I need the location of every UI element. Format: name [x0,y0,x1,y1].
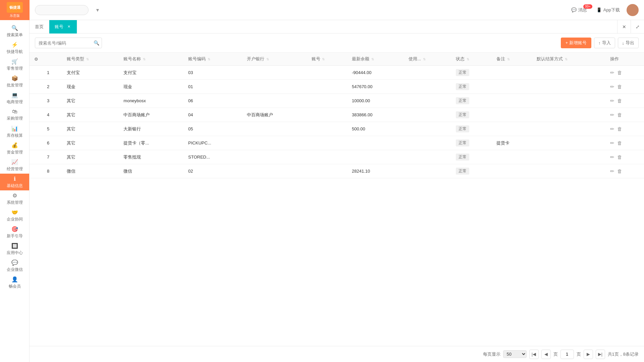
th-balance[interactable]: 最新余额 ⇅ [348,53,405,66]
message-button[interactable]: 💬 消息 99+ [569,7,590,13]
account-search-input[interactable] [35,38,102,48]
edit-button[interactable]: ✏ [610,126,614,132]
row-remark [492,122,533,136]
th-bank[interactable]: 开户银行 ⇅ [243,53,308,66]
prev-page-button[interactable]: ◀ [541,350,551,359]
delete-button[interactable]: 🗑 [617,126,622,132]
action-buttons: ✏ 🗑 [610,168,640,174]
edit-button[interactable]: ✏ [610,84,614,90]
sidebar-item-app-center[interactable]: 🔲 应用中心 [0,241,29,257]
th-settings[interactable]: ⚙ [30,53,43,66]
edit-button[interactable]: ✏ [610,154,614,160]
sidebar-item-guide[interactable]: 🎯 新手引导 [0,224,29,241]
row-name: 现金 [119,80,184,94]
export-icon: ↓ [622,41,625,46]
sidebar-item-basic-info[interactable]: ℹ 基础信息 [0,174,29,190]
sidebar-item-system[interactable]: ⚙ 系统管理 [0,190,29,207]
edit-button[interactable]: ✏ [610,98,614,104]
delete-button[interactable]: 🗑 [617,70,622,76]
sidebar-item-operations[interactable]: 📈 经营管理 [0,157,29,174]
th-status[interactable]: 状态 ⇅ [452,53,492,66]
export-button[interactable]: ↓ 导出 [618,38,639,48]
row-index: 8 [43,164,63,178]
global-search-input[interactable] [35,5,89,15]
row-action: ✏ 🗑 [606,122,644,136]
sidebar-item-label: 库存核算 [7,133,23,138]
edit-button[interactable]: ✏ [610,168,614,174]
account-table: ⚙ 账号类型 ⇅ 账号名称 ⇅ 账号编码 ⇅ 开户银行 ⇅ 账号 ⇅ 最新余额 … [30,53,644,178]
dropdown-button[interactable]: ▼ [93,5,103,15]
row-name: 零售抵现 [119,150,184,164]
row-balance: 10000.00 [348,94,405,108]
last-page-button[interactable]: ▶| [596,350,605,359]
tab-expand-action[interactable]: ⤢ [631,20,644,34]
per-page-label: 每页显示 [483,351,500,357]
th-type[interactable]: 账号类型 ⇅ [63,53,119,66]
tab-home[interactable]: 首页 [30,20,49,34]
import-button[interactable]: ↑ 导入 [594,38,615,48]
table-row: 5 其它 大新银行 05 500.00 正常 ✏ 🗑 [30,122,644,136]
sidebar-item-label: 资金管理 [7,149,23,155]
edit-button[interactable]: ✏ [610,112,614,118]
tab-actions: ✕ ⤢ [617,20,644,34]
sidebar-item-wechat[interactable]: 💬 企业微信 [0,257,29,274]
sidebar-item-retail[interactable]: 🛒 零售管理 [0,56,29,73]
edit-button[interactable]: ✏ [610,70,614,76]
row-account [308,164,348,178]
delete-button[interactable]: 🗑 [617,168,622,174]
sidebar-item-quicknav[interactable]: ⚡ 快捷导航 [0,40,29,56]
quick-nav-icon: ⚡ [11,42,18,48]
first-page-button[interactable]: |◀ [529,350,539,359]
sidebar-item-ecommerce[interactable]: 💻 电商管理 [0,90,29,107]
sidebar-item-cooperation[interactable]: 🤝 企业协同 [0,207,29,224]
user-avatar[interactable] [627,4,639,16]
tab-close-button[interactable]: ✕ [66,24,71,29]
row-default-settlement [533,94,606,108]
tab-close-action[interactable]: ✕ [617,20,631,34]
sidebar-item-label: 新手引导 [7,233,23,239]
th-usage[interactable]: 使用... ⇅ [405,53,452,66]
table-row: 3 其它 moneybosx 06 10000.00 正常 ✏ 🗑 [30,94,644,108]
toolbar: 🔍 + 新增账号 ↑ 导入 ↓ 导出 [30,34,644,53]
row-type: 其它 [63,150,119,164]
th-name[interactable]: 账号名称 ⇅ [119,53,184,66]
app-download-button[interactable]: 📱 App下载 [596,7,620,13]
th-remark[interactable]: 备注 ⇅ [492,53,533,66]
row-default-settlement [533,122,606,136]
page-number-input[interactable] [560,350,574,359]
sidebar-item-wholesale[interactable]: 📦 批发管理 [0,73,29,90]
row-type: 微信 [63,164,119,178]
sidebar-item-label: 系统管理 [7,200,23,205]
row-default-settlement [533,136,606,150]
row-bank [243,94,308,108]
delete-button[interactable]: 🗑 [617,140,622,146]
table-row: 1 支付宝 支付宝 03 -90444.00 正常 ✏ 🗑 [30,66,644,80]
th-code[interactable]: 账号编码 ⇅ [184,53,243,66]
logo-subtitle: 乐意版 [10,13,20,18]
status-badge: 正常 [456,125,469,132]
edit-button[interactable]: ✏ [610,140,614,146]
sidebar-item-finance[interactable]: 💰 资金管理 [0,140,29,157]
row-bank [243,80,308,94]
row-balance: 383866.00 [348,108,405,122]
next-page-button[interactable]: ▶ [584,350,593,359]
delete-button[interactable]: 🗑 [617,98,622,104]
delete-button[interactable]: 🗑 [617,84,622,90]
row-type: 其它 [63,122,119,136]
sidebar-item-search[interactable]: 🔍 搜索菜单 [0,23,29,40]
th-account[interactable]: 账号 ⇅ [308,53,348,66]
inventory-icon: 📊 [11,125,18,132]
ecommerce-icon: 💻 [11,92,18,98]
sidebar-item-purchase[interactable]: 🛍 采购管理 [0,107,29,123]
delete-button[interactable]: 🗑 [617,154,622,160]
row-usage [405,136,452,150]
tab-account[interactable]: 账号 ✕ [49,20,77,34]
sidebar-item-member[interactable]: 👤 畅会员 [0,274,29,291]
per-page-select[interactable]: 50 100 200 [503,350,527,358]
delete-button[interactable]: 🗑 [617,112,622,118]
row-index: 6 [43,136,63,150]
add-account-button[interactable]: + 新增账号 [561,38,591,48]
row-status: 正常 [452,94,492,108]
sidebar-item-inventory[interactable]: 📊 库存核算 [0,123,29,140]
th-default-settlement[interactable]: 默认结算方式 ⇅ [533,53,606,66]
